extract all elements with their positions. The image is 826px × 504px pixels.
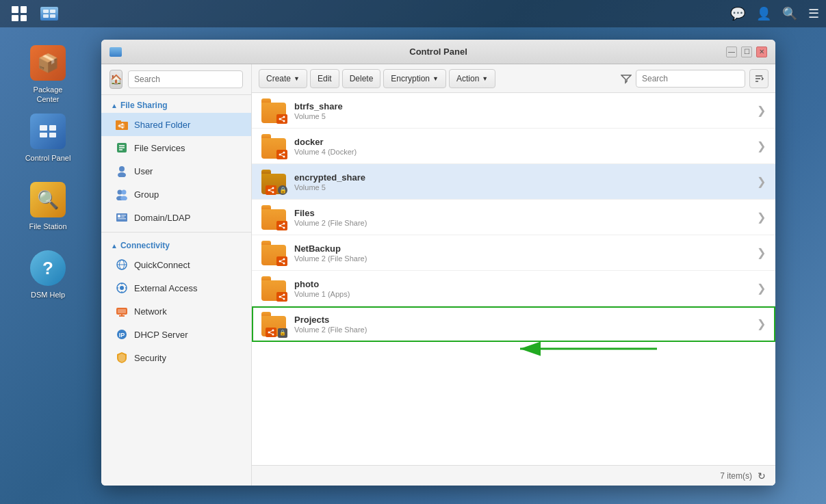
sidebar-search-input[interactable] xyxy=(128,70,243,88)
desktop-icon-file-station[interactable]: 🔍 File Station xyxy=(21,178,75,235)
folder-icon-projects: 🔒 xyxy=(261,312,286,336)
encryption-dropdown-arrow: ▼ xyxy=(433,75,439,82)
search-icon[interactable]: 🔍 xyxy=(782,6,797,21)
sidebar-item-security[interactable]: Security xyxy=(101,346,251,369)
folder-item-projects[interactable]: 🔒 Projects Volume 2 (File Share) ❯ xyxy=(252,306,775,342)
file-sharing-label: File Sharing xyxy=(120,101,168,110)
folder-icon-netbackup xyxy=(261,241,286,265)
folder-sub-encrypted: Volume 5 xyxy=(294,183,751,191)
svg-rect-21 xyxy=(121,215,126,216)
control-panel-window: Control Panel ― ☐ ✕ 🏠 ▲ File Sharing xyxy=(101,40,775,486)
folder-chevron-docker[interactable]: ❯ xyxy=(757,140,766,152)
sidebar-item-file-services[interactable]: File Services xyxy=(101,136,251,159)
svg-rect-1 xyxy=(116,120,121,123)
file-sharing-chevron: ▲ xyxy=(111,102,118,109)
folder-name-netbackup: NetBackup xyxy=(294,243,751,254)
sidebar-item-domain-ldap[interactable]: Domain/LDAP xyxy=(101,206,251,229)
window-title-icon xyxy=(109,47,122,57)
toolbar-filter-icon xyxy=(621,73,632,84)
desktop-icon-label-control-panel: Control Panel xyxy=(25,153,71,163)
menu-icon[interactable]: ☰ xyxy=(808,6,819,21)
sidebar-item-dhcp-server[interactable]: IP DHCP Server xyxy=(101,323,251,346)
refresh-button[interactable]: ↻ xyxy=(758,470,766,481)
main-content: Create ▼ Edit Delete Encryption ▼ Action… xyxy=(252,64,775,486)
desktop-icon-label-dsm-help: DSM Help xyxy=(31,290,65,300)
folder-icon-docker xyxy=(261,134,286,159)
svg-rect-22 xyxy=(121,217,125,218)
svg-rect-19 xyxy=(118,215,120,217)
connectivity-chevron: ▲ xyxy=(111,242,118,250)
action-button[interactable]: Action ▼ xyxy=(449,69,495,88)
folder-sub-files: Volume 2 (File Share) xyxy=(294,219,751,227)
svg-line-75 xyxy=(269,332,273,334)
sidebar-item-group[interactable]: Group xyxy=(101,183,251,206)
desktop-icon-package-center[interactable]: 📦 Package Center xyxy=(21,41,75,109)
sidebar-item-external-access-label: External Access xyxy=(134,283,198,293)
edit-label: Edit xyxy=(318,74,332,83)
create-button[interactable]: Create ▼ xyxy=(259,69,307,88)
file-sharing-section-header[interactable]: ▲ File Sharing xyxy=(101,95,251,113)
sidebar-item-network-label: Network xyxy=(134,306,167,317)
taskbar-right: 💬 👤 🔍 ☰ xyxy=(730,6,819,21)
svg-line-44 xyxy=(280,117,284,119)
folder-name-files: Files xyxy=(294,208,751,218)
sidebar-item-user[interactable]: User xyxy=(101,159,251,183)
domain-nav-icon xyxy=(115,211,129,224)
folder-item-netbackup[interactable]: NetBackup Volume 2 (File Share) ❯ xyxy=(252,235,775,271)
folder-icon-files xyxy=(261,205,286,230)
folder-item-btrfs-share[interactable]: btrfs_share Volume 5 ❯ xyxy=(252,93,775,129)
delete-button[interactable]: Delete xyxy=(342,69,381,88)
window-minimize-button[interactable]: ― xyxy=(726,47,737,57)
folder-info-projects: Projects Volume 2 (File Share) xyxy=(294,315,751,334)
taskbar-control-panel[interactable] xyxy=(37,1,62,26)
connectivity-section-header[interactable]: ▲ Connectivity xyxy=(101,235,251,253)
folder-item-photo[interactable]: photo Volume 1 (Apps) ❯ xyxy=(252,271,775,306)
folder-sub-btrfs: Volume 5 xyxy=(294,112,751,120)
sidebar-item-quickconnect[interactable]: QuickConnect xyxy=(101,253,251,276)
sidebar-item-external-access[interactable]: External Access xyxy=(101,276,251,300)
folder-info-photo: photo Volume 1 (Apps) xyxy=(294,279,751,298)
folder-sub-docker: Volume 4 (Docker) xyxy=(294,148,751,156)
window-maximize-button[interactable]: ☐ xyxy=(741,47,752,57)
create-dropdown-arrow: ▼ xyxy=(294,75,300,82)
folder-chevron-btrfs[interactable]: ❯ xyxy=(757,104,766,117)
taskbar-app-grid[interactable] xyxy=(7,1,31,26)
window-close-button[interactable]: ✕ xyxy=(756,47,767,57)
folder-chevron-netbackup[interactable]: ❯ xyxy=(757,246,766,259)
quickconnect-icon xyxy=(115,258,129,271)
folder-info-btrfs: btrfs_share Volume 5 xyxy=(294,101,751,120)
user-icon[interactable]: 👤 xyxy=(756,6,771,21)
svg-text:IP: IP xyxy=(119,332,125,339)
folder-chevron-files[interactable]: ❯ xyxy=(757,211,766,224)
sidebar-item-dhcp-server-label: DHCP Server xyxy=(134,330,188,340)
svg-line-69 xyxy=(280,295,284,297)
desktop-icon-control-panel[interactable]: Control Panel xyxy=(21,109,75,167)
folder-info-docker: docker Volume 4 (Docker) xyxy=(294,137,751,156)
delete-label: Delete xyxy=(350,74,374,83)
folder-chevron-projects[interactable]: ❯ xyxy=(757,317,766,330)
connectivity-label: Connectivity xyxy=(120,241,170,250)
sort-button[interactable] xyxy=(749,69,769,88)
folder-chevron-encrypted[interactable]: ❯ xyxy=(757,175,766,188)
encryption-button[interactable]: Encryption ▼ xyxy=(383,69,446,88)
chat-icon[interactable]: 💬 xyxy=(730,6,745,21)
svg-line-74 xyxy=(269,330,273,332)
folder-item-encrypted-share[interactable]: 🔒 encrypted_share Volume 5 ❯ xyxy=(252,164,775,200)
sidebar-item-shared-folder[interactable]: Shared Folder xyxy=(101,113,251,136)
folder-chevron-photo[interactable]: ❯ xyxy=(757,282,766,295)
sidebar-divider xyxy=(101,232,251,233)
desktop-icon-dsm-help[interactable]: ? DSM Help xyxy=(21,246,75,304)
desktop-icon-label-package: Package Center xyxy=(25,85,71,105)
folder-name-photo: photo xyxy=(294,279,751,289)
home-button[interactable]: 🏠 xyxy=(109,70,122,89)
toolbar-search-input[interactable] xyxy=(636,70,745,88)
folder-info-files: Files Volume 2 (File Share) xyxy=(294,208,751,227)
edit-button[interactable]: Edit xyxy=(310,69,339,88)
sidebar-item-network[interactable]: Network xyxy=(101,300,251,323)
svg-point-15 xyxy=(122,190,127,195)
svg-line-55 xyxy=(269,190,273,192)
desktop-icon-label-file-station: File Station xyxy=(29,222,66,231)
folder-item-docker[interactable]: docker Volume 4 (Docker) ❯ xyxy=(252,129,775,164)
folder-list: btrfs_share Volume 5 ❯ xyxy=(252,93,775,465)
folder-item-files[interactable]: Files Volume 2 (File Share) ❯ xyxy=(252,200,775,235)
